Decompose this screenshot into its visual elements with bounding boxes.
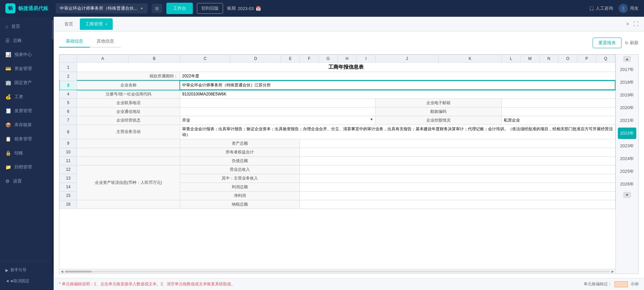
sidebar-item-archive[interactable]: 📁 归档管理 [0,160,54,174]
value-cell[interactable] [300,183,615,191]
company-selector[interactable]: 中审众环会计师事务所（特殊普通合伙... ▼ [56,3,148,13]
col-d[interactable]: D [230,55,281,63]
col-f[interactable]: F [300,55,319,63]
scrollbar-thumb[interactable] [65,271,92,273]
year-2020[interactable]: 2020年 [618,102,636,114]
year-down-button[interactable]: ▼ [623,192,631,198]
tab-other-info[interactable]: 其他信息 [90,35,121,48]
copy-button[interactable]: ⊞ [152,4,162,13]
service-button[interactable]: 🎧 人工咨询 [589,5,613,11]
label-cell[interactable]: 企业通信地址 [77,107,180,116]
value-cell[interactable]: 私营企业 [501,116,615,125]
label-cell[interactable]: 主营业务活动 [77,125,180,139]
spreadsheet-table-wrap[interactable]: A B C D E F G H I J [59,55,615,269]
col-a[interactable]: A [77,55,128,63]
label-cell[interactable] [77,200,180,209]
label-cell[interactable]: 利润总额 [180,183,300,191]
value-cell[interactable] [501,107,615,116]
expand-icon[interactable]: ⛶ [633,21,639,27]
value-cell[interactable] [300,165,615,174]
value-cell[interactable] [300,174,615,183]
sidebar-item-tax[interactable]: 📋 税务管理 [0,132,54,146]
sidebar-item-settings[interactable]: ⚙ 设置 [0,174,54,188]
label-cell[interactable]: 其中：主营业务收入 [180,174,300,183]
label-cell[interactable]: 企业控股情况 [375,116,501,125]
label-cell[interactable]: 净利润 [180,191,300,200]
scroll-right-icon[interactable]: ▶ [611,270,614,273]
year-2022[interactable]: 2022年 [618,128,636,139]
workbench-button[interactable]: 工作台 [166,3,193,14]
label-cell[interactable]: 企业电子邮箱 [375,98,501,107]
tab-commerce[interactable]: 工商管理 × [80,18,113,30]
value-cell[interactable]: 开业 ▼ [180,116,375,125]
new-guide-button[interactable]: ▶ 新手引导 [0,265,54,276]
sidebar-item-invoice[interactable]: 🧾 发票管理 [0,104,54,118]
label-cell[interactable]: 企业经营状态 [77,116,180,125]
label-cell[interactable]: 营业总收入 [180,165,300,174]
year-2026[interactable]: 2026年 [618,178,636,190]
year-up-button[interactable]: ▲ [623,56,631,62]
value-cell[interactable] [300,139,615,148]
calendar-icon[interactable]: 📅 [256,6,261,11]
year-2024[interactable]: 2024年 [618,153,636,164]
year-2021[interactable]: 2021年 [618,115,636,126]
year-2019[interactable]: 2019年 [618,89,636,101]
sidebar-item-wage[interactable]: 💰 工资 [0,90,54,104]
tab-basic-info[interactable]: 基础信息 [59,35,90,48]
sidebar-item-report[interactable]: 📊 报表中心 [0,48,54,62]
sidebar-item-inventory[interactable]: 📦 库存核算 [0,118,54,132]
col-g[interactable]: G [319,55,337,63]
close-window-icon[interactable]: × [626,21,629,27]
year-2018[interactable]: 2018年 [618,77,636,88]
col-b[interactable]: B [128,55,180,63]
value-cell[interactable] [501,98,615,107]
reset-report-button[interactable]: 重置报表 [593,38,622,48]
value-cell[interactable] [300,191,615,200]
value-cell[interactable]: 2022年度 [180,72,615,81]
sidebar-item-ledger[interactable]: ☰ 总账 [0,33,54,48]
label-cell[interactable]: 企业名称 [77,81,180,90]
horizontal-scrollbar[interactable]: ◀ ▶ [59,269,615,274]
label-cell[interactable]: 注册号/统一社会信用代码 [77,90,180,98]
refresh-button[interactable]: ↻ 刷新 [625,40,639,46]
col-q[interactable]: Q [596,55,615,63]
label-cell[interactable]: 企业联系电话 [77,98,180,107]
value-cell[interactable] [180,98,375,107]
sidebar-item-finance[interactable]: 💳 资金管理 [0,62,54,76]
label-cell[interactable]: 所有者权益合计 [180,148,300,156]
col-m[interactable]: M [521,55,539,63]
label-cell[interactable]: 税款所属期间： [77,72,180,81]
sidebar-item-asset[interactable]: 🏢 固定资产 [0,76,54,90]
sidebar-item-home[interactable]: ⌂ 首页 [0,19,54,33]
label-cell[interactable]: 资产总额 [180,139,300,148]
label-cell[interactable] [77,148,180,156]
value-cell[interactable] [300,148,615,156]
year-2023[interactable]: 2023年 [618,140,636,152]
company-name-cell[interactable]: 中审众环会计师事务所（特殊普通合伙）江苏分所 [180,81,615,90]
col-i[interactable]: I [357,55,375,63]
sidebar-item-close[interactable]: 🔒 结账 [0,146,54,160]
label-cell[interactable] [77,139,180,148]
value-cell[interactable] [180,107,375,116]
value-cell[interactable] [300,200,615,209]
user-info[interactable]: 👤 用友 [619,4,639,13]
value-cell[interactable]: 审查企业会计报表；出具审计报告；验证企业资本；出具验资报告；办理企业合开、分立、… [180,125,615,139]
label-cell[interactable] [77,156,180,165]
col-h[interactable]: H [337,55,356,63]
assets-section-label[interactable]: 企业资产状况信息(币种：人民币万元) [77,165,180,200]
sheet-title-cell[interactable]: 工商年报信息表 [77,63,615,72]
label-cell[interactable]: 邮政编码 [375,107,501,116]
close-tab-icon[interactable]: × [105,22,107,26]
col-p[interactable]: P [577,55,596,63]
col-k[interactable]: K [438,55,501,63]
label-cell[interactable]: 纳税总额 [180,200,300,209]
col-j[interactable]: J [375,55,438,63]
col-n[interactable]: N [539,55,558,63]
col-e[interactable]: E [281,55,300,63]
year-2025[interactable]: 2025年 [618,166,636,177]
cancel-pin-button[interactable]: ◄◄取消固定 [0,276,54,287]
col-l[interactable]: L [501,55,520,63]
value-cell[interactable]: 91320100MA208E5W6K [180,90,615,98]
scroll-left-icon[interactable]: ◀ [61,270,63,273]
col-c[interactable]: C [180,55,230,63]
